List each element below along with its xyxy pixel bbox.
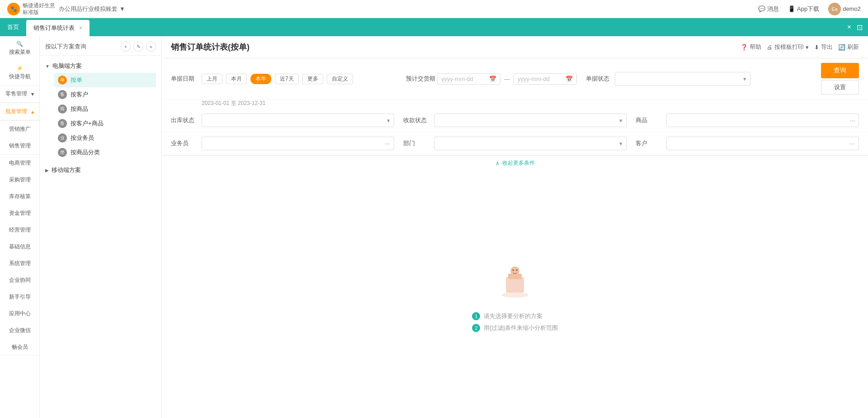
collapse-more-button[interactable]: ∧ 收起更多条件 xyxy=(162,155,868,171)
sidebar-section-retail: 零售管理 ▾ xyxy=(0,86,39,103)
custom-btn[interactable]: 自定义 xyxy=(327,74,353,84)
salesperson-select[interactable]: ··· xyxy=(202,137,394,150)
tab-maximize-icon[interactable]: ⊡ xyxy=(857,23,863,32)
tree-section: ▼ 电脑端方案 单 按单 客 按客户 商 按商品 xyxy=(40,56,161,177)
date-range-display: 2023-01-01 至 2023-12-31 xyxy=(162,100,868,109)
receipt-status-select[interactable]: ▾ xyxy=(434,114,627,127)
tree-item-by-order[interactable]: 单 按单 xyxy=(54,73,156,87)
goods-cell: 商品 ··· xyxy=(636,114,859,127)
mobile-icon: 📱 xyxy=(788,5,795,12)
svg-point-0 xyxy=(501,292,528,298)
this-year-btn[interactable]: 本年 xyxy=(250,74,271,84)
tree-item-by-category[interactable]: 类 按商品分类 xyxy=(54,145,156,160)
sidebar-item-sales[interactable]: 销售管理 xyxy=(0,138,39,154)
scheme-icon-category: 类 xyxy=(58,148,67,157)
scheme-icon-order: 单 xyxy=(58,76,67,85)
scheme-icon-goods: 商 xyxy=(58,104,67,114)
filter-section: 单据日期 上月 本月 本年 近7天 更多 自定义 预计交货期 xyxy=(162,58,868,171)
empty-hint-1: 1 请先选择要分析的方案 xyxy=(472,312,557,320)
tab-home[interactable]: 首页 xyxy=(0,18,26,36)
tree-root-pc[interactable]: ▼ 电脑端方案 xyxy=(45,59,156,73)
app-download-button[interactable]: 📱 App下载 xyxy=(788,5,819,13)
sidebar-item-system[interactable]: 系统管理 xyxy=(0,255,39,272)
retail-arrow-icon: ▾ xyxy=(31,91,34,97)
add-scheme-button[interactable]: + xyxy=(121,42,131,52)
goods-more-icon[interactable]: ··· xyxy=(849,117,855,124)
sidebar-item-ecommerce[interactable]: 电商管理 xyxy=(0,155,39,171)
scheme-icon-cg: 客 xyxy=(58,119,67,128)
tab-active[interactable]: 销售订单统计表 × xyxy=(26,20,90,36)
status-select[interactable]: ▾ xyxy=(615,72,750,86)
more-btn[interactable]: 更多 xyxy=(302,74,323,84)
sidebar-item-inventory[interactable]: 库存核算 xyxy=(0,188,39,205)
tree-item-by-salesperson[interactable]: 业 按业务员 xyxy=(54,131,156,145)
empty-state: 1 请先选择要分析的方案 2 用[过滤]条件来缩小分析范围 xyxy=(162,171,868,418)
sidebar-item-enterprise[interactable]: 企业协同 xyxy=(0,272,39,289)
sidebar-item-basic[interactable]: 基础信息 xyxy=(0,238,39,255)
sidebar-section-top: 🔍 搜索菜单 ⚡ 快捷导航 xyxy=(0,36,39,86)
print-arrow-icon: ▾ xyxy=(806,44,809,51)
sidebar-item-guide[interactable]: 新手引导 xyxy=(0,289,39,305)
empty-svg xyxy=(492,256,538,302)
department-arrow-icon: ▾ xyxy=(619,140,623,147)
expected-date-end-input[interactable]: yyyy-mm-dd 📅 xyxy=(514,73,577,85)
calendar-start-icon: 📅 xyxy=(489,76,496,82)
customer-cell: 客户 ··· xyxy=(636,137,859,150)
tree-root-mobile[interactable]: ▶ 移动端方案 xyxy=(45,163,156,177)
sidebar-item-wechat[interactable]: 企业微信 xyxy=(0,322,39,339)
tab-minimize-icon[interactable]: × xyxy=(847,23,851,32)
breadcrumb[interactable]: 办公用品行业模拟账套 ▼ xyxy=(59,5,125,13)
export-button[interactable]: ⬇ 导出 xyxy=(814,43,833,51)
customer-select[interactable]: ··· xyxy=(666,137,859,150)
export-icon: ⬇ xyxy=(814,44,819,51)
settings-button[interactable]: 设置 xyxy=(821,80,859,95)
sidebar-item-quick-nav[interactable]: ⚡ 快捷导航 xyxy=(0,61,39,85)
page-title: 销售订单统计表(按单) xyxy=(171,42,250,52)
this-month-btn[interactable]: 本月 xyxy=(226,74,247,84)
last-month-btn[interactable]: 上月 xyxy=(202,74,222,84)
receipt-arrow-icon: ▾ xyxy=(619,117,623,124)
message-button[interactable]: 💬 消息 xyxy=(758,5,779,13)
sidebar-item-wholesale[interactable]: 批发管理 ▴ xyxy=(0,103,39,120)
edit-scheme-button[interactable]: ✎ xyxy=(133,42,143,52)
tab-bar-actions: × ⊡ xyxy=(847,23,863,32)
help-button[interactable]: ❓ 帮助 xyxy=(741,43,761,51)
filter-row-3: 业务员 ··· 部门 ▾ 客户 xyxy=(162,132,868,155)
query-button[interactable]: 查询 xyxy=(821,63,859,78)
sidebar-item-operations[interactable]: 经营管理 xyxy=(0,222,39,238)
sidebar-item-search[interactable]: 🔍 搜索菜单 xyxy=(0,36,39,61)
print-button[interactable]: 🖨 按模板打印 ▾ xyxy=(767,43,809,51)
empty-hints: 1 请先选择要分析的方案 2 用[过滤]条件来缩小分析范围 xyxy=(472,312,557,332)
tab-close-icon[interactable]: × xyxy=(79,25,82,31)
sidebar-section-marketing: 营销推广 销售管理 xyxy=(0,121,39,155)
sidebar-item-retail[interactable]: 零售管理 ▾ xyxy=(0,86,39,103)
department-select[interactable]: ▾ xyxy=(434,137,627,150)
goods-select[interactable]: ··· xyxy=(666,114,859,127)
empty-illustration xyxy=(492,256,538,303)
left-panel-header: 按以下方案查询 + ✎ « xyxy=(40,42,161,56)
sidebar-item-finance[interactable]: 资金管理 xyxy=(0,205,39,222)
tree-item-by-customer-goods[interactable]: 客 按客户+商品 xyxy=(54,116,156,131)
tree-item-by-customer[interactable]: 客 按客户 xyxy=(54,87,156,102)
content-area: 按以下方案查询 + ✎ « ▼ 电脑端方案 单 按单 xyxy=(40,36,868,418)
sidebar-item-app-center[interactable]: 应用中心 xyxy=(0,305,39,322)
svg-point-4 xyxy=(512,269,514,271)
salesperson-cell: 业务员 ··· xyxy=(171,137,394,150)
page-header: 销售订单统计表(按单) ❓ 帮助 🖨 按模板打印 ▾ ⬇ 导出 xyxy=(162,36,868,58)
sidebar-item-marketing[interactable]: 营销推广 xyxy=(0,121,39,138)
sidebar-item-member[interactable]: 畅会员 xyxy=(0,339,39,356)
tree-item-by-goods[interactable]: 商 按商品 xyxy=(54,102,156,116)
expected-date-start-input[interactable]: yyyy-mm-dd 📅 xyxy=(437,73,500,85)
tree-mobile-arrow-icon: ▶ xyxy=(45,168,49,173)
out-status-select[interactable]: ▾ xyxy=(202,114,394,127)
collapse-panel-button[interactable]: « xyxy=(146,42,156,52)
customer-more-icon[interactable]: ··· xyxy=(849,140,855,147)
salesperson-more-icon[interactable]: ··· xyxy=(385,140,390,147)
last7-btn[interactable]: 近7天 xyxy=(275,74,299,84)
sidebar-section-ecommerce: 电商管理 采购管理 库存核算 资金管理 经营管理 基础信息 系统管理 企业协同 xyxy=(0,155,39,356)
print-icon: 🖨 xyxy=(767,44,773,51)
user-menu[interactable]: Ea demo2 xyxy=(828,3,861,15)
refresh-button[interactable]: 🔄 刷新 xyxy=(838,43,859,51)
scheme-icon-customer: 客 xyxy=(58,90,67,99)
sidebar-item-purchase[interactable]: 采购管理 xyxy=(0,171,39,188)
